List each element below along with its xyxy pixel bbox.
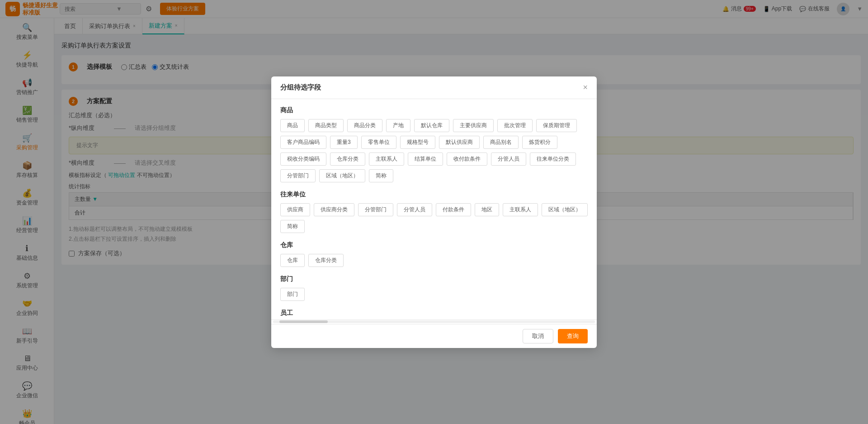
field-chip-1-2[interactable]: 分管部门 bbox=[358, 203, 393, 216]
field-section-3: 部门部门 bbox=[280, 275, 588, 278]
field-chip-0-8[interactable]: 客户商品编码 bbox=[280, 136, 326, 149]
field-chip-0-6[interactable]: 批次管理 bbox=[497, 119, 533, 132]
field-chip-0-18[interactable]: 结算单位 bbox=[408, 152, 443, 166]
field-chip-0-9[interactable]: 重量3 bbox=[330, 136, 358, 149]
field-chip-0-5[interactable]: 主要供应商 bbox=[453, 119, 494, 132]
field-section-title-0: 商品 bbox=[280, 106, 588, 114]
field-chip-0-15[interactable]: 税收分类编码 bbox=[280, 152, 326, 166]
field-chip-0-21[interactable]: 往来单位分类 bbox=[530, 152, 576, 166]
field-chip-2-0[interactable]: 仓库 bbox=[280, 254, 305, 267]
modal-body: 商品商品商品类型商品分类产地默认仓库主要供应商批次管理保质期管理客户商品编码重量… bbox=[271, 99, 597, 278]
field-chips-0: 商品商品类型商品分类产地默认仓库主要供应商批次管理保质期管理客户商品编码重量3零… bbox=[280, 119, 588, 182]
field-chip-0-20[interactable]: 分管人员 bbox=[491, 152, 526, 166]
field-section-2: 仓库仓库仓库分类 bbox=[280, 241, 588, 267]
field-chip-0-19[interactable]: 收付款条件 bbox=[447, 152, 487, 166]
field-chip-0-4[interactable]: 默认仓库 bbox=[414, 119, 449, 132]
field-chip-1-7[interactable]: 区域（地区） bbox=[542, 203, 588, 216]
field-section-0: 商品商品商品类型商品分类产地默认仓库主要供应商批次管理保质期管理客户商品编码重量… bbox=[280, 106, 588, 182]
field-chip-0-16[interactable]: 仓库分类 bbox=[330, 152, 365, 166]
modal-title: 分组待选字段 bbox=[280, 83, 321, 92]
field-chip-0-0[interactable]: 商品 bbox=[280, 119, 305, 132]
field-chip-1-6[interactable]: 主联系人 bbox=[503, 203, 538, 216]
field-section-title-1: 往来单位 bbox=[280, 191, 588, 199]
field-chips-2: 仓库仓库分类 bbox=[280, 254, 588, 267]
field-section-title-3: 部门 bbox=[280, 275, 588, 278]
field-chip-0-11[interactable]: 规格型号 bbox=[400, 136, 435, 149]
field-chip-0-24[interactable]: 简称 bbox=[369, 169, 393, 182]
modal-header: 分组待选字段 × bbox=[271, 76, 597, 99]
field-chip-1-5[interactable]: 地区 bbox=[475, 203, 499, 216]
field-chip-0-3[interactable]: 产地 bbox=[386, 119, 410, 132]
field-chip-0-7[interactable]: 保质期管理 bbox=[536, 119, 577, 132]
field-chip-0-14[interactable]: 炼货积分 bbox=[522, 136, 557, 149]
field-chip-0-17[interactable]: 主联系人 bbox=[369, 152, 404, 166]
field-chip-0-22[interactable]: 分管部门 bbox=[280, 169, 316, 182]
field-chip-2-1[interactable]: 仓库分类 bbox=[308, 254, 344, 267]
field-chip-1-3[interactable]: 分管人员 bbox=[397, 203, 432, 216]
modal-close-btn[interactable]: × bbox=[583, 83, 588, 92]
field-chips-1: 供应商供应商分类分管部门分管人员付款条件地区主联系人区域（地区）简称 bbox=[280, 203, 588, 233]
field-chip-0-1[interactable]: 商品类型 bbox=[308, 119, 344, 132]
field-chip-0-23[interactable]: 区域（地区） bbox=[319, 169, 365, 182]
field-chip-1-4[interactable]: 付款条件 bbox=[436, 203, 471, 216]
field-chip-1-8[interactable]: 简称 bbox=[280, 220, 305, 233]
field-section-1: 往来单位供应商供应商分类分管部门分管人员付款条件地区主联系人区域（地区）简称 bbox=[280, 191, 588, 233]
field-section-title-2: 仓库 bbox=[280, 241, 588, 249]
field-chip-0-2[interactable]: 商品分类 bbox=[347, 119, 382, 132]
field-chip-0-12[interactable]: 默认供应商 bbox=[439, 136, 480, 149]
field-chip-1-1[interactable]: 供应商分类 bbox=[314, 203, 354, 216]
field-chip-0-13[interactable]: 商品别名 bbox=[483, 136, 519, 149]
modal: 分组待选字段 × 商品商品商品类型商品分类产地默认仓库主要供应商批次管理保质期管… bbox=[271, 76, 597, 278]
field-chip-0-10[interactable]: 零售单位 bbox=[361, 136, 396, 149]
field-chip-1-0[interactable]: 供应商 bbox=[280, 203, 310, 216]
